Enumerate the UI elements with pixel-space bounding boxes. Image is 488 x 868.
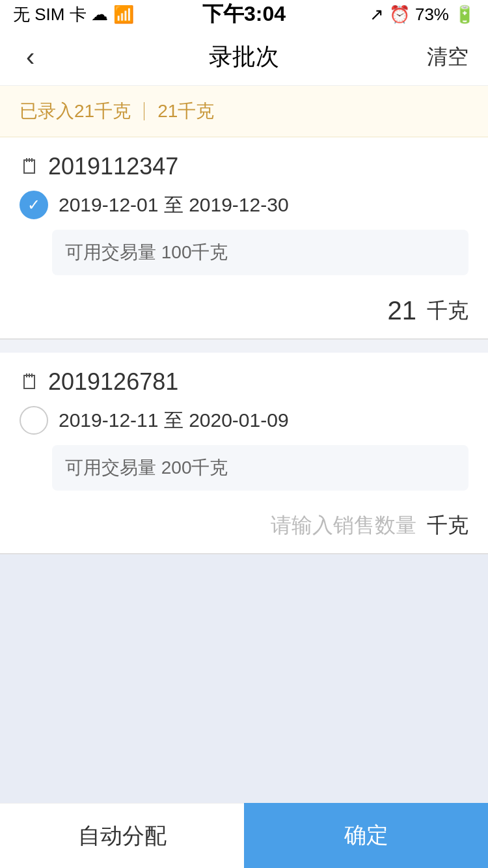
batch-1-header: 🗒 2019112347: [0, 137, 488, 185]
batch-2-qty-input-row[interactable]: 请输入销售数量 千克: [0, 501, 488, 554]
location-icon: ↗: [370, 5, 384, 25]
summary-banner: 已录入21千克 21千克: [0, 86, 488, 137]
batch-2-checkbox[interactable]: [20, 406, 48, 435]
status-left: 无 SIM 卡 ☁ 📶: [13, 3, 134, 26]
batch-2-header: 🗒 2019126781: [0, 353, 488, 401]
batch-icon-2: 🗒: [20, 370, 40, 394]
batch-1-checkbox[interactable]: ✓: [20, 191, 48, 219]
confirm-button[interactable]: 确定: [244, 803, 488, 868]
card-separator: [0, 340, 488, 353]
status-bar: 无 SIM 卡 ☁ 📶 下午3:04 ↗ ⏰ 73% 🔋: [0, 0, 488, 29]
batch-1-row: ✓ 2019-12-01 至 2019-12-30: [0, 185, 488, 224]
content-area: 已录入21千克 21千克 🗒 2019112347 ✓ 2019-12-01 至…: [0, 86, 488, 868]
batch-1-qty-unit: 千克: [427, 297, 468, 325]
wifi-icon: 📶: [113, 5, 134, 25]
batch-2-qty-unit: 千克: [427, 511, 468, 540]
back-button[interactable]: ‹: [20, 36, 41, 78]
bottom-buttons: 自动分配 确定: [0, 803, 488, 868]
battery-icon: 🔋: [454, 5, 475, 25]
check-icon-1: ✓: [27, 196, 40, 214]
batch-1-qty-value: 21: [388, 296, 417, 325]
page-title: 录批次: [209, 41, 279, 73]
summary-label: 已录入21千克: [20, 99, 131, 124]
batch-2-available-qty: 可用交易量 200千克: [52, 445, 468, 491]
batch-1-date-range: 2019-12-01 至 2019-12-30: [59, 192, 289, 219]
status-time: 下午3:04: [202, 0, 286, 29]
bottom-empty-area: [0, 554, 488, 815]
battery-label: 73%: [415, 5, 449, 25]
summary-divider: [144, 102, 144, 120]
batch-card-2: 🗒 2019126781 2019-12-11 至 2020-01-09 可用交…: [0, 353, 488, 554]
sim-label: 无 SIM 卡 ☁: [13, 3, 108, 26]
batch-2-qty-placeholder: 请输入销售数量: [271, 511, 416, 540]
batch-2-row: 2019-12-11 至 2020-01-09: [0, 401, 488, 440]
batch-icon-1: 🗒: [20, 155, 40, 179]
batch-2-date-range: 2019-12-11 至 2020-01-09: [59, 407, 289, 434]
clear-button[interactable]: 清空: [427, 43, 468, 72]
nav-bar: ‹ 录批次 清空: [0, 29, 488, 86]
batch-card-1: 🗒 2019112347 ✓ 2019-12-01 至 2019-12-30 可…: [0, 137, 488, 340]
auto-distribute-button[interactable]: 自动分配: [0, 803, 244, 868]
batch-number-1: 2019112347: [48, 153, 178, 180]
batch-1-qty-row: 21 千克: [0, 286, 488, 340]
batch-1-available-qty: 可用交易量 100千克: [52, 230, 468, 275]
status-right: ↗ ⏰ 73% 🔋: [370, 5, 475, 25]
summary-value: 21千克: [157, 99, 214, 124]
alarm-icon: ⏰: [389, 5, 410, 25]
batch-number-2: 2019126781: [48, 368, 178, 396]
